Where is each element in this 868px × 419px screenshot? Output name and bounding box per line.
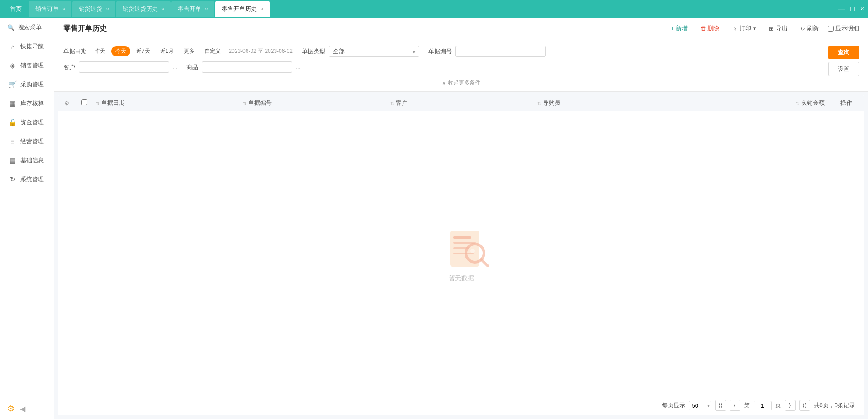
date-1month[interactable]: 近1月 (156, 46, 178, 56)
window-close-button[interactable]: × (860, 5, 864, 13)
window-min-button[interactable]: — (838, 5, 845, 13)
export-button[interactable]: ⊞ 导出 (765, 23, 791, 34)
sidebar-label-system: 系统管理 (20, 175, 44, 184)
last-page-button[interactable]: ⟩⟩ (799, 400, 810, 411)
svg-point-7 (470, 249, 475, 253)
tab-home-label: 首页 (10, 5, 22, 13)
th-amount-label: 实销金额 (801, 99, 825, 107)
th-number-label: 单据编号 (248, 99, 272, 107)
select-all-checkbox[interactable] (76, 99, 92, 107)
sidebar-item-basic-info[interactable]: ▤ 基础信息 (0, 151, 54, 170)
sidebar-item-inventory[interactable]: ▦ 库存核算 (0, 94, 54, 113)
close-sales-order-icon[interactable]: × (62, 6, 65, 12)
table-area: ⚙ ⇅ 单据日期 ⇅ 单据编号 ⇅ 客户 ⇅ 导购员 (58, 95, 864, 415)
date-custom[interactable]: 自定义 (200, 46, 225, 56)
per-page-label: 每页显示 (662, 401, 685, 410)
close-sales-return-history-icon[interactable]: × (161, 6, 164, 12)
prev-page-button[interactable]: ⟨ (730, 400, 740, 411)
date-range-display: 2023-06-02 至 2023-06-02 (228, 47, 292, 55)
product-more-icon[interactable]: ... (296, 64, 300, 71)
sidebar-item-sales-mgmt[interactable]: ◈ 销售管理 (0, 56, 54, 75)
refresh-button[interactable]: ↻ 刷新 (797, 23, 822, 34)
tab-sales-return-history[interactable]: 销货退货历史 × (116, 1, 171, 17)
sidebar-item-operations[interactable]: ≡ 经营管理 (0, 132, 54, 151)
date-more[interactable]: 更多 (180, 46, 199, 56)
tab-retail-open[interactable]: 零售开单 × (171, 1, 214, 17)
finance-icon: 🔒 (9, 118, 17, 127)
date-filter-label: 单据日期 (63, 47, 87, 56)
number-filter-group: 单据编号 (428, 46, 546, 57)
empty-text: 暂无数据 (449, 274, 474, 282)
display-detail-checkbox[interactable]: 显示明细 (828, 24, 859, 33)
product-input[interactable] (202, 61, 292, 73)
th-guide[interactable]: ⇅ 导购员 (534, 99, 681, 107)
collapse-filter-bar[interactable]: ∧ 收起更多条件 (63, 79, 859, 87)
th-number[interactable]: ⇅ 单据编号 (239, 99, 386, 107)
th-date[interactable]: ⇅ 单据日期 (92, 99, 239, 107)
sidebar-item-finance[interactable]: 🔒 资金管理 (0, 113, 54, 132)
close-retail-open-history-icon[interactable]: × (261, 6, 263, 12)
window-max-button[interactable]: □ (850, 5, 855, 13)
date-shortcuts: 昨天 今天 近7天 近1月 更多 自定义 (90, 46, 225, 56)
first-page-button[interactable]: ⟨⟨ (715, 400, 726, 411)
search-label: 搜索采单 (18, 24, 42, 32)
date-today[interactable]: 今天 (111, 46, 130, 56)
delete-button[interactable]: 🗑 删除 (697, 23, 723, 34)
display-detail-label: 显示明细 (835, 24, 859, 33)
number-input[interactable] (455, 46, 546, 57)
th-amount-sort-icon: ⇅ (796, 101, 799, 106)
product-filter-group: 商品 ... (186, 61, 300, 73)
type-select[interactable]: 全部 (329, 46, 419, 57)
tab-sales-order-label: 销售订单 (35, 5, 59, 13)
search-icon: 🔍 (7, 24, 14, 31)
query-button[interactable]: 查询 (828, 46, 859, 59)
sidebar-item-purchase-mgmt[interactable]: 🛒 采购管理 (0, 75, 54, 94)
basic-info-icon: ▤ (9, 156, 17, 165)
type-filter-group: 单据类型 全部 (302, 46, 419, 57)
collapse-label: 收起更多条件 (448, 79, 480, 87)
query-buttons: 查询 设置 (828, 46, 859, 76)
toolbar: + 新增 🗑 删除 🖨 🖨 打印 打印 ▾ ⊞ 导出 ↻ 刷新 (667, 23, 859, 34)
home-icon: ⌂ (9, 43, 17, 51)
settings-gear-icon[interactable]: ⚙ (7, 404, 14, 414)
empty-illustration (439, 224, 484, 269)
close-retail-open-icon[interactable]: × (205, 6, 208, 12)
select-all-input[interactable] (81, 99, 87, 105)
tab-sales-return[interactable]: 销货退货 × (72, 1, 115, 17)
setting-button[interactable]: 设置 (828, 62, 859, 76)
page-number-input[interactable] (754, 401, 772, 410)
date-7days[interactable]: 近7天 (132, 46, 154, 56)
customer-input[interactable] (79, 61, 169, 73)
operations-icon: ≡ (9, 138, 17, 146)
sidebar: 🔍 搜索采单 ⌂ 快捷导航 ◈ 销售管理 🛒 采购管理 ▦ 库存核算 🔒 资金 (0, 18, 54, 419)
sidebar-nav: 🔍 搜索采单 ⌂ 快捷导航 ◈ 销售管理 🛒 采购管理 ▦ 库存核算 🔒 资金 (0, 18, 54, 189)
sidebar-item-system[interactable]: ↻ 系统管理 (0, 170, 54, 189)
date-yesterday[interactable]: 昨天 (90, 46, 109, 56)
next-page-button[interactable]: ⟩ (785, 400, 796, 411)
tab-sales-order[interactable]: 销售订单 × (29, 1, 71, 17)
display-detail-input[interactable] (828, 26, 834, 32)
add-button[interactable]: + 新增 (667, 23, 691, 34)
svg-line-6 (481, 259, 488, 266)
search-order-item[interactable]: 🔍 搜索采单 (0, 18, 54, 37)
th-date-sort-icon: ⇅ (96, 101, 100, 106)
tab-retail-open-history[interactable]: 零售开单历史 × (215, 1, 270, 17)
customer-filter-label: 客户 (63, 63, 75, 71)
print-button[interactable]: 🖨 🖨 打印 打印 ▾ (728, 23, 760, 34)
customer-more-icon[interactable]: ... (173, 64, 177, 71)
th-customer-label: 客户 (396, 99, 408, 107)
table-settings-icon[interactable]: ⚙ (58, 100, 76, 107)
empty-state: 暂无数据 (58, 111, 864, 395)
sidebar-item-quick-nav[interactable]: ⌂ 快捷导航 (0, 37, 54, 56)
close-sales-return-icon[interactable]: × (106, 6, 109, 12)
th-amount[interactable]: ⇅ 实销金额 (681, 99, 828, 107)
sidebar-label-purchase-mgmt: 采购管理 (20, 80, 44, 89)
page-size-select[interactable]: 20 50 100 (689, 401, 711, 410)
type-select-wrapper: 全部 (329, 46, 419, 57)
th-customer[interactable]: ⇅ 客户 (387, 99, 534, 107)
pagination: 每页显示 20 50 100 ⟨⟨ ⟨ 第 页 ⟩ ⟩⟩ 共0页，0条记录 (58, 395, 864, 415)
sidebar-label-finance: 资金管理 (20, 118, 44, 127)
collapse-sidebar-icon[interactable]: ◀ (20, 405, 25, 413)
tab-home[interactable]: 首页 (4, 1, 28, 17)
main-layout: 🔍 搜索采单 ⌂ 快捷导航 ◈ 销售管理 🛒 采购管理 ▦ 库存核算 🔒 资金 (0, 18, 868, 419)
